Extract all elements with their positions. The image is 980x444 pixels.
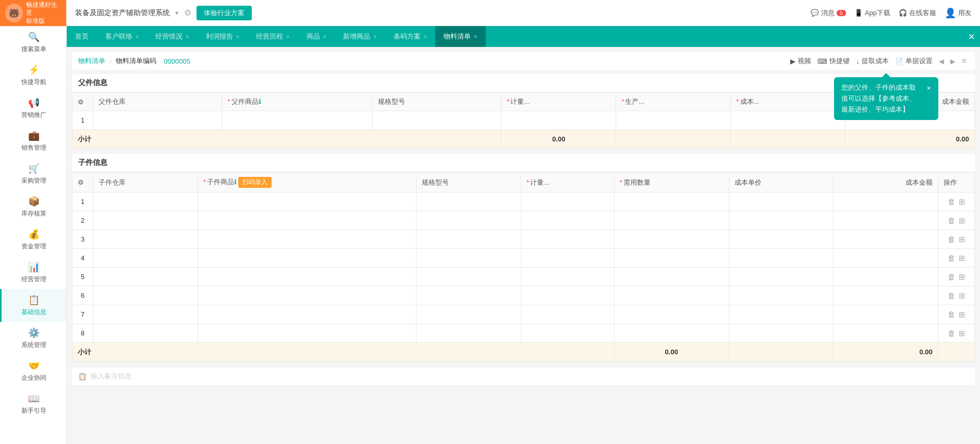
delete-icon-2[interactable]: 🗑 (948, 216, 956, 225)
sidebar-item-basic[interactable]: 📋基础信息 (0, 289, 66, 322)
child-needed-2[interactable] (614, 211, 729, 230)
tab-close-goods[interactable]: × (323, 33, 326, 40)
child-warehouse-2[interactable] (93, 211, 198, 230)
child-warehouse-6[interactable] (93, 286, 198, 305)
sidebar-item-operations[interactable]: 📊经营管理 (0, 256, 66, 289)
sidebar-item-marketing[interactable]: 📢营销推广 (0, 92, 66, 125)
child-unit-2[interactable] (521, 211, 614, 230)
child-unit-3[interactable] (521, 230, 614, 249)
child-needed-3[interactable] (614, 230, 729, 249)
settings-icon[interactable]: ⚙ (184, 8, 191, 18)
child-product-6[interactable] (198, 286, 416, 305)
child-unitprice-3[interactable] (729, 230, 834, 249)
parent-warehouse-cell[interactable] (93, 111, 222, 130)
tab-close-newgoods[interactable]: × (373, 33, 376, 40)
sidebar-item-coop[interactable]: 🤝企业协同 (0, 355, 66, 388)
trial-button[interactable]: 体验行业方案 (197, 6, 252, 20)
child-warehouse-4[interactable] (93, 249, 198, 268)
parent-spec-cell[interactable] (372, 111, 501, 130)
child-unitprice-2[interactable] (729, 211, 834, 230)
parent-cost-cell[interactable] (731, 111, 846, 130)
child-unitprice-4[interactable] (729, 249, 834, 268)
child-unitprice-7[interactable] (729, 305, 834, 324)
single-settings-toolbar-item[interactable]: 📄 单据设置 (895, 56, 933, 66)
copy-icon-1[interactable]: ⊞ (959, 197, 965, 207)
sidebar-item-inventory[interactable]: 📦库存核算 (0, 190, 66, 223)
tab-close-profit[interactable]: × (236, 33, 239, 40)
extract-cost-toolbar-item[interactable]: ↓ 提取成本 (856, 56, 889, 66)
child-needed-4[interactable] (614, 249, 729, 268)
app-download-button[interactable]: 📱 App下载 (854, 8, 890, 18)
tab-close-operations[interactable]: × (186, 33, 189, 40)
child-amount-1[interactable] (834, 193, 938, 211)
sidebar-item-search[interactable]: 🔍搜索菜单 (0, 26, 66, 59)
child-unit-7[interactable] (521, 305, 614, 324)
scan-button[interactable]: 扫码录入 (238, 177, 272, 188)
copy-icon-8[interactable]: ⊞ (959, 329, 965, 338)
child-spec-1[interactable] (416, 193, 521, 211)
child-unit-4[interactable] (521, 249, 614, 268)
child-unitprice-1[interactable] (729, 193, 834, 211)
child-spec-2[interactable] (416, 211, 521, 230)
child-product-7[interactable] (198, 305, 416, 324)
video-toolbar-item[interactable]: ▶ 视频 (790, 56, 811, 66)
copy-icon-4[interactable]: ⊞ (959, 254, 965, 263)
delete-icon-8[interactable]: 🗑 (948, 329, 956, 338)
nav-right-icon[interactable]: ▶ (950, 57, 956, 65)
copy-icon-5[interactable]: ⊞ (959, 272, 965, 282)
child-warehouse-3[interactable] (93, 230, 198, 249)
delete-icon-7[interactable]: 🗑 (948, 310, 956, 319)
copy-icon-3[interactable]: ⊞ (959, 235, 965, 244)
tooltip-close-button[interactable]: × (927, 82, 931, 94)
parent-produce-cell[interactable] (616, 111, 731, 130)
child-amount-2[interactable] (834, 211, 938, 230)
sidebar-item-quicknav[interactable]: ⚡快捷导航 (0, 59, 66, 92)
shortcut-toolbar-item[interactable]: ⌨ 快捷键 (817, 56, 850, 66)
child-spec-3[interactable] (416, 230, 521, 249)
child-amount-8[interactable] (834, 324, 938, 343)
nav-tab-goods[interactable]: 商品 × (298, 26, 335, 47)
child-needed-1[interactable] (614, 193, 729, 211)
user-avatar[interactable]: 👤 用友 (945, 7, 972, 19)
delete-icon-3[interactable]: 🗑 (948, 235, 956, 244)
child-product-1[interactable] (198, 193, 416, 211)
nav-tab-newgoods[interactable]: 新增商品 × (335, 26, 385, 47)
child-unit-1[interactable] (521, 193, 614, 211)
close-all-icon[interactable]: ✕ (963, 32, 980, 42)
tab-close-bom[interactable]: × (474, 33, 477, 40)
child-unit-6[interactable] (521, 286, 614, 305)
child-spec-7[interactable] (416, 305, 521, 324)
nav-tab-barcode[interactable]: 条码方案 × (385, 26, 435, 47)
child-amount-5[interactable] (834, 268, 938, 286)
child-unit-5[interactable] (521, 268, 614, 286)
nav-left-icon[interactable]: ◀ (939, 57, 944, 65)
child-unitprice-8[interactable] (729, 324, 834, 343)
grid-view-icon[interactable]: ≡ (962, 56, 966, 66)
message-button[interactable]: 💬 消息 6 (811, 8, 846, 18)
tab-close-customer[interactable]: × (136, 33, 139, 40)
online-service-button[interactable]: 🎧 在线客服 (899, 8, 936, 18)
nav-tab-operations[interactable]: 经营情况 × (147, 26, 197, 47)
child-spec-8[interactable] (416, 324, 521, 343)
child-product-4[interactable] (198, 249, 416, 268)
note-text[interactable]: 输入备注信息 (91, 371, 131, 381)
nav-tab-customer[interactable]: 客户联络 × (97, 26, 147, 47)
child-unitprice-5[interactable] (729, 268, 834, 286)
nav-tab-home[interactable]: 首页 (67, 26, 97, 47)
child-product-3[interactable] (198, 230, 416, 249)
dropdown-arrow-icon[interactable]: ▾ (175, 9, 179, 17)
child-amount-7[interactable] (834, 305, 938, 324)
child-spec-4[interactable] (416, 249, 521, 268)
sidebar-item-sales[interactable]: 💼销售管理 (0, 125, 66, 158)
delete-icon-5[interactable]: 🗑 (948, 272, 956, 282)
sidebar-item-purchase[interactable]: 🛒采购管理 (0, 158, 66, 190)
delete-icon-1[interactable]: 🗑 (948, 197, 956, 207)
child-th-gear[interactable]: ⚙ (72, 173, 93, 193)
delete-icon-4[interactable]: 🗑 (948, 254, 956, 263)
child-product-8[interactable] (198, 324, 416, 343)
sidebar-item-system[interactable]: ⚙️系统管理 (0, 322, 66, 355)
child-product-5[interactable] (198, 268, 416, 286)
child-warehouse-1[interactable] (93, 193, 198, 211)
parent-th-gear[interactable]: ⚙ (72, 93, 93, 111)
sidebar-item-guide[interactable]: 📖新手引导 (0, 388, 66, 421)
